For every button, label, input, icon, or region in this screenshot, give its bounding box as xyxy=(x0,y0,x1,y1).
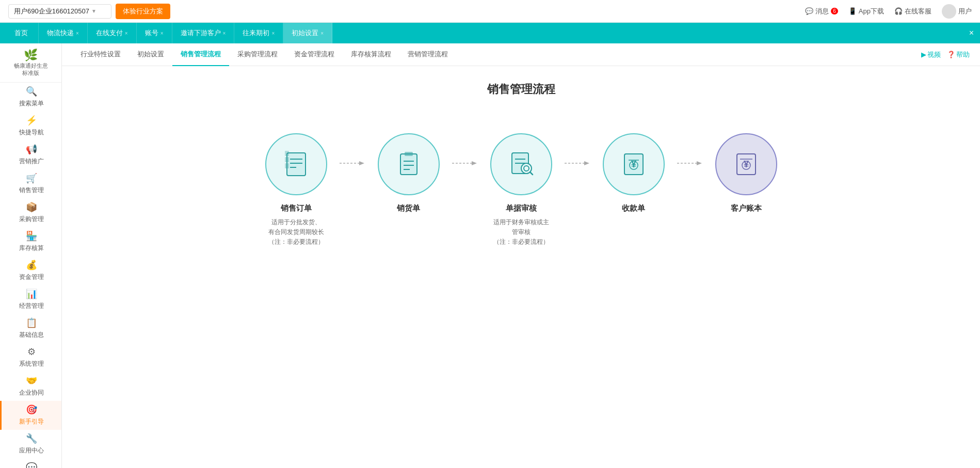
flow-step-audit: 单据审核 适用于财务审核或主管审核（注：非必要流程） xyxy=(480,133,563,247)
sidebar-item-inventory[interactable]: 🏪 库存核算 xyxy=(0,227,61,256)
play-icon: ▶ xyxy=(921,51,926,58)
sidebar-item-search[interactable]: 🔍 搜索菜单 xyxy=(0,83,61,112)
tab-setup-close[interactable]: × xyxy=(320,30,324,36)
flow-arrow-3 xyxy=(565,133,590,168)
sidebar-item-purchase-label: 采购管理 xyxy=(19,215,44,224)
flow-circle-receipt[interactable]: ¥ xyxy=(603,133,665,195)
sidebar-item-enterprise[interactable]: 🤝 企业协同 xyxy=(0,372,61,401)
sidebar-item-quicknav[interactable]: ⚡ 快捷导航 xyxy=(0,112,61,141)
flow-circle-audit[interactable] xyxy=(490,133,552,195)
flow-circle-account[interactable]: ¥ xyxy=(715,133,777,195)
user-item[interactable]: 用户 xyxy=(942,4,972,19)
sidebar-item-marketing-label: 营销推广 xyxy=(19,157,44,166)
search-icon: 🔍 xyxy=(26,86,37,97)
tab-payment-close[interactable]: × xyxy=(125,30,128,36)
message-item[interactable]: 💬 消息 6 xyxy=(805,7,838,16)
subtab-inventory-flow[interactable]: 库存核算流程 xyxy=(343,43,399,66)
lightning-icon: ⚡ xyxy=(26,115,37,126)
sidebar-logo: 🌿 畅康通好生意标准版 xyxy=(0,43,61,83)
sidebar-item-wechat[interactable]: 💬 企业微信 xyxy=(0,459,61,468)
tab-home[interactable]: 首页 xyxy=(4,23,39,43)
top-bar-right: 💬 消息 6 📱 App下载 🎧 在线客服 用户 xyxy=(805,4,972,19)
tab-home-label: 首页 xyxy=(14,28,28,38)
sidebar-item-appcenter[interactable]: 🔧 应用中心 xyxy=(0,430,61,459)
sidebar-item-sales-label: 销售管理 xyxy=(19,186,44,195)
svg-marker-29 xyxy=(697,161,702,165)
sidebar-item-quicknav-label: 快捷导航 xyxy=(19,128,44,137)
trial-button[interactable]: 体验行业方案 xyxy=(116,4,170,19)
service-item[interactable]: 🎧 在线客服 xyxy=(894,7,931,16)
service-label: 在线客服 xyxy=(905,7,931,16)
sidebar-item-sales[interactable]: 🛒 销售管理 xyxy=(0,169,61,198)
handshake-icon: 🤝 xyxy=(26,375,37,386)
close-all-button[interactable]: × xyxy=(963,28,980,38)
subtab-actions: ▶ 视频 ❓ 帮助 xyxy=(921,50,970,59)
flow-circle-sales-order[interactable] xyxy=(265,133,327,195)
svg-rect-6 xyxy=(285,163,289,168)
flow-step-delivery: 销货单 xyxy=(367,133,450,217)
subtab-purchase-flow[interactable]: 采购管理流程 xyxy=(229,43,286,66)
money-icon: 💰 xyxy=(26,259,37,271)
subtab-finance-flow-label: 资金管理流程 xyxy=(294,50,334,59)
tab-payment[interactable]: 在线支付 × xyxy=(88,23,137,43)
tab-invite-close[interactable]: × xyxy=(223,30,226,36)
sidebar-item-marketing[interactable]: 📢 营销推广 xyxy=(0,141,61,169)
video-label: 视频 xyxy=(927,50,941,59)
tab-account-close[interactable]: × xyxy=(160,30,164,36)
tab-setup[interactable]: 初始设置 × xyxy=(283,23,332,43)
top-bar: 用户690企业1660120507 ▼ 体验行业方案 💬 消息 6 📱 App下… xyxy=(0,0,980,23)
subtab-finance-flow[interactable]: 资金管理流程 xyxy=(286,43,343,66)
sidebar-item-operations[interactable]: 📊 经营管理 xyxy=(0,285,61,314)
subtab-init[interactable]: 初始设置 xyxy=(129,43,172,66)
svg-rect-0 xyxy=(287,153,306,176)
svg-rect-5 xyxy=(285,157,289,162)
sidebar-item-purchase[interactable]: 📦 采购管理 xyxy=(0,198,61,227)
sidebar-item-basic[interactable]: 📋 基础信息 xyxy=(0,314,61,343)
sidebar-item-guide[interactable]: 🎯 新手引导 xyxy=(0,401,61,430)
message-icon: 💬 xyxy=(805,7,813,15)
flow-step-title-receipt: 收款单 xyxy=(622,204,645,213)
avatar xyxy=(942,4,956,19)
chat-icon: 💬 xyxy=(26,462,37,468)
tab-period-close[interactable]: × xyxy=(271,30,275,36)
tab-period[interactable]: 往来期初 × xyxy=(234,23,283,43)
subtab-sales-flow[interactable]: 销售管理流程 xyxy=(172,43,229,66)
tab-payment-label: 在线支付 xyxy=(96,28,123,38)
flow-step-title-audit: 单据审核 xyxy=(506,204,537,213)
help-link[interactable]: ❓ 帮助 xyxy=(947,50,970,59)
sidebar: 🌿 畅康通好生意标准版 🔍 搜索菜单 ⚡ 快捷导航 📢 营销推广 🛒 销售管理 … xyxy=(0,43,62,468)
flow-step-title-delivery: 销货单 xyxy=(397,204,420,213)
subtab-sales-flow-label: 销售管理流程 xyxy=(181,50,221,59)
svg-line-21 xyxy=(530,172,533,175)
flow-step-title-account: 客户账本 xyxy=(731,204,762,213)
subtab-marketing-flow[interactable]: 营销管理流程 xyxy=(399,43,456,66)
tab-account[interactable]: 账号 × xyxy=(137,23,172,43)
sidebar-item-basic-label: 基础信息 xyxy=(19,331,44,339)
sidebar-item-system[interactable]: ⚙ 系统管理 xyxy=(0,343,61,372)
sidebar-item-inventory-label: 库存核算 xyxy=(19,244,44,253)
svg-rect-4 xyxy=(285,151,289,156)
svg-text:¥: ¥ xyxy=(631,159,636,169)
subtab-marketing-flow-label: 营销管理流程 xyxy=(408,50,448,59)
page-title: 销售管理流程 xyxy=(83,82,959,97)
app-download-item[interactable]: 📱 App下载 xyxy=(848,7,884,16)
tab-invite[interactable]: 邀请下游客户 × xyxy=(172,23,235,43)
tab-logistics[interactable]: 物流快递 × xyxy=(39,23,88,43)
flow-circle-delivery[interactable] xyxy=(378,133,440,195)
svg-marker-15 xyxy=(472,161,477,165)
nav-tabs: 首页 物流快递 × 在线支付 × 账号 × 邀请下游客户 × 往来期初 × 初始… xyxy=(0,23,980,43)
sidebar-item-operations-label: 经营管理 xyxy=(19,302,44,310)
message-badge: 6 xyxy=(831,8,838,14)
help-label: 帮助 xyxy=(956,50,970,59)
video-link[interactable]: ▶ 视频 xyxy=(921,50,941,59)
user-name: 用户 xyxy=(958,7,972,16)
tab-logistics-close[interactable]: × xyxy=(76,30,79,36)
sidebar-item-finance[interactable]: 💰 资金管理 xyxy=(0,256,61,285)
svg-marker-23 xyxy=(584,161,589,165)
flow-arrow-4 xyxy=(677,133,703,168)
page-content: 销售管理流程 销售订 xyxy=(62,66,980,468)
subtab-industry[interactable]: 行业特性设置 xyxy=(72,43,129,66)
app-icon: 📱 xyxy=(848,7,857,15)
svg-rect-10 xyxy=(405,152,413,156)
user-select[interactable]: 用户690企业1660120507 ▼ xyxy=(8,4,111,19)
